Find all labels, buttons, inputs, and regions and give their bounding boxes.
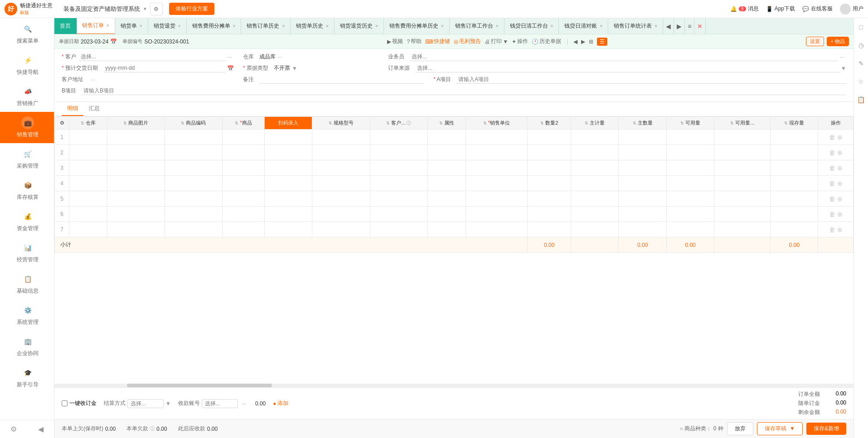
salesperson-more-btn[interactable]: ··· [838, 54, 846, 60]
th-unit[interactable]: ⇅ *销售单位 [466, 117, 528, 130]
th-available2[interactable]: ⇅ 可用量... [714, 117, 771, 130]
tab-cash-daily[interactable]: 钱贷日清工作台 × [504, 18, 559, 34]
calendar-icon[interactable]: 📅 [110, 39, 117, 45]
tab-sales-order-close[interactable]: × [107, 23, 109, 28]
right-panel-icon-2[interactable]: ◷ [856, 40, 867, 51]
tab-expense-history-close[interactable]: × [441, 24, 444, 29]
th-spec[interactable]: ⇅ 规格型号 [312, 117, 370, 130]
tab-cash-reconcile[interactable]: 钱贷日清对账 × [559, 18, 608, 34]
sidebar-item-quicknav[interactable]: ⚡ 快捷导航 [0, 49, 54, 81]
debt-info-icon[interactable]: ⓘ [150, 426, 155, 432]
row-delete-2[interactable]: 🗑 [829, 149, 835, 156]
sidebar-item-finance[interactable]: 💰 资金管理 [0, 206, 54, 237]
row-unit-1[interactable] [466, 130, 528, 145]
row-delete-5[interactable]: 🗑 [829, 195, 835, 202]
horizontal-scrollbar[interactable] [54, 384, 853, 387]
sidebar-item-inventory[interactable]: 📦 库存核算 [0, 174, 54, 206]
scrollbar-thumb[interactable] [127, 384, 272, 387]
delivery-date-input[interactable] [103, 64, 225, 72]
th-available[interactable]: ⇅ 可用量 [666, 117, 714, 130]
tab-return-history[interactable]: 销货退货历史 × [335, 18, 384, 34]
tab-order-workbench-close[interactable]: × [496, 24, 499, 29]
tab-expense-split-close[interactable]: × [233, 24, 236, 29]
row-copy-3[interactable]: ⊕ [837, 164, 843, 172]
shortcut-btn[interactable]: ⌨ 快捷键 [425, 38, 450, 45]
row-copy-2[interactable]: ⊕ [837, 149, 843, 156]
sidebar-item-enterprise[interactable]: 🏢 企业协同 [0, 331, 54, 362]
history-btn[interactable]: 🕐 历史单据 [532, 38, 561, 45]
right-panel-icon-4[interactable]: ☆ [856, 76, 867, 87]
th-product[interactable]: ⇅ *商品 [223, 117, 265, 130]
tab-prev-btn[interactable]: ◀ [663, 18, 674, 34]
tab-close-all-btn[interactable]: ✕ [694, 18, 706, 34]
quick-pay-checkbox[interactable] [62, 400, 68, 406]
salesperson-input[interactable] [410, 53, 838, 61]
help-btn[interactable]: ? 帮助 [407, 38, 422, 45]
row-product-1[interactable] [223, 130, 265, 145]
save-draft-btn[interactable]: 保存草稿 ▼ [757, 422, 803, 435]
tab-sales-summary[interactable]: 销售订单统计表 × [608, 18, 663, 34]
row-current-stock-1[interactable] [770, 130, 818, 145]
tab-order-workbench[interactable]: 销售订单工作台 × [450, 18, 504, 34]
tab-sales-return[interactable]: 销货退货 × [148, 18, 187, 34]
row-main-unit-1[interactable] [571, 130, 619, 145]
tab-summary[interactable]: 汇总 [83, 102, 105, 116]
row-image-1[interactable] [107, 130, 165, 145]
remarks-input[interactable] [259, 75, 424, 84]
sidebar-item-sales[interactable]: 💼 销售管理 [0, 112, 54, 143]
th-qty2[interactable]: ⇅ 数量2 [528, 117, 571, 130]
industry-btn[interactable]: 体验行业方案 [169, 3, 214, 15]
settings-btn[interactable]: 设置 [806, 37, 824, 46]
tab-sales-summary-close[interactable]: × [655, 24, 657, 29]
sidebar-item-basic[interactable]: 📋 基础信息 [0, 268, 54, 299]
tab-next-btn[interactable]: ▶ [674, 18, 685, 34]
row-copy-7[interactable]: ⊕ [837, 226, 843, 233]
tab-cash-daily-close[interactable]: × [551, 24, 553, 29]
add-product-btn[interactable]: + 物品 [827, 37, 849, 46]
th-main-qty[interactable]: ⇅ 主数量 [619, 117, 666, 130]
th-current-stock[interactable]: ⇅ 现存量 [770, 117, 818, 130]
toolbar-list-btn[interactable]: ☰ [597, 38, 607, 46]
warehouse-more-btn[interactable]: ··· [276, 54, 284, 60]
sidebar-settings-icon[interactable]: ⚙ [10, 425, 17, 433]
tab-sales-return-close[interactable]: × [178, 24, 181, 29]
row-copy-6[interactable]: ⊕ [837, 211, 843, 218]
tab-expense-history[interactable]: 销售费用分摊单历史 × [384, 18, 450, 34]
tab-detail[interactable]: 明细 [62, 102, 83, 116]
tab-cash-reconcile-close[interactable]: × [600, 24, 602, 29]
th-settings[interactable]: ⚙ [55, 117, 69, 130]
row-copy-1[interactable]: ⊕ [837, 134, 843, 141]
toolbar-prev-btn[interactable]: ◀ [573, 39, 577, 45]
pay-method-dropdown[interactable]: ▼ [165, 400, 171, 407]
tab-order-history[interactable]: 销售订单历史 × [241, 18, 291, 34]
toolbar-next-btn[interactable]: ▶ [581, 39, 585, 45]
order-source-input[interactable] [415, 64, 841, 72]
pay-method-input[interactable] [127, 399, 164, 408]
th-image[interactable]: ⇅ 商品图片 [107, 117, 165, 130]
row-delete-7[interactable]: 🗑 [829, 226, 835, 233]
row-customer-code-1[interactable] [370, 130, 428, 145]
row-attr-1[interactable] [428, 130, 466, 145]
row-delete-1[interactable]: 🗑 [829, 134, 835, 141]
profit-btn[interactable]: ◎ 毛利预告 [454, 38, 481, 45]
add-btn[interactable]: ● 添加 [273, 399, 288, 407]
toolbar-grid-btn[interactable]: ⊞ [589, 39, 593, 45]
row-copy-5[interactable]: ⊕ [837, 195, 843, 202]
right-panel-icon-3[interactable]: ✎ [856, 58, 867, 69]
row-warehouse-1[interactable] [69, 130, 107, 145]
th-main-unit[interactable]: ⇅ 主计量 [571, 117, 619, 130]
sidebar-item-guide[interactable]: 🎓 新手引导 [0, 362, 54, 393]
date-picker-icon[interactable]: 📅 [227, 65, 234, 72]
row-code-1[interactable] [165, 130, 222, 145]
settings-icon-btn[interactable]: ⚙ [150, 3, 163, 15]
sidebar-item-purchase[interactable]: 🛒 采购管理 [0, 143, 54, 174]
product-count-icon[interactable]: ○ [680, 425, 683, 432]
th-code[interactable]: ⇅ 商品编码 [165, 117, 222, 130]
row-available-1[interactable] [666, 130, 714, 145]
th-scan[interactable]: 扫码录入 [264, 117, 312, 130]
invoice-dropdown-icon[interactable]: ▼ [292, 65, 297, 72]
tab-slip-history[interactable]: 销货单历史 × [291, 18, 335, 34]
tab-expense-split[interactable]: 销售费用分摊单 × [187, 18, 242, 34]
row-delete-4[interactable]: 🗑 [829, 180, 835, 187]
address-more-btn[interactable]: ··· [89, 77, 97, 83]
